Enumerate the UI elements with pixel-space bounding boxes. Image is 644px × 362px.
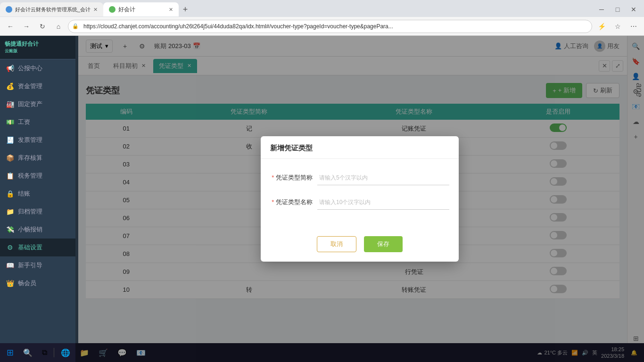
sidebar-item-announcements[interactable]: 📢 公报中心: [0, 59, 75, 77]
sidebar-item-label: 税务管理: [18, 172, 42, 180]
browser-taskbar-button[interactable]: 🌐: [58, 345, 73, 360]
sidebar-item-label: 新手引导: [18, 261, 42, 270]
modal-footer: 取消 保存: [261, 230, 459, 262]
sidebar-item-capital[interactable]: 💰 资金管理: [0, 77, 75, 95]
sidebar-item-tax[interactable]: 📋 税务管理: [0, 167, 75, 185]
sidebar-item-settings[interactable]: ⚙ 基础设置: [0, 239, 75, 256]
start-button[interactable]: ⊞: [4, 345, 17, 360]
archive-icon: 📁: [6, 207, 14, 216]
tab-2-icon: [109, 6, 116, 13]
sidebar-item-label: 发票管理: [18, 136, 42, 144]
sidebar-item-expense[interactable]: 💸 小畅报销: [0, 221, 75, 239]
sidebar-logo-text: 畅捷通好合计云账版: [5, 41, 39, 54]
closing-icon: 🔒: [6, 189, 14, 198]
sidebar-item-label: 畅会员: [18, 279, 36, 288]
sidebar-item-label: 资金管理: [18, 82, 42, 90]
add-voucher-type-modal: 新增凭证类型 凭证类型简称 凭证类型名称 取消 保存: [261, 136, 459, 262]
forward-button[interactable]: →: [20, 20, 33, 33]
sidebar-logo: 畅捷通好合计云账版: [5, 41, 39, 54]
sidebar-nav: 📢 公报中心 💰 资金管理 🏭 固定资产 💵 工资 🧾 发票管理: [0, 59, 75, 346]
maximize-button[interactable]: □: [611, 3, 624, 16]
sidebar-item-label: 库存核算: [18, 154, 42, 162]
sidebar-item-guide[interactable]: 📖 新手引导: [0, 256, 75, 274]
taskbar-separator: [54, 348, 54, 357]
browser-settings-button[interactable]: ⋯: [627, 20, 640, 33]
sidebar-item-invoice[interactable]: 🧾 发票管理: [0, 131, 75, 149]
tab-1-title: 好会计云财务软件管理系统_会计: [15, 6, 91, 13]
search-taskbar-button[interactable]: 🔍: [20, 345, 35, 360]
sidebar-item-label: 归档管理: [18, 207, 42, 216]
modal-overlay: 新增凭证类型 凭证类型简称 凭证类型名称 取消 保存: [75, 36, 644, 362]
tab-2-title: 好会计: [118, 6, 135, 14]
tab-2-close[interactable]: ✕: [169, 7, 173, 13]
favorites-button[interactable]: ☆: [611, 20, 624, 33]
sidebar-item-inventory[interactable]: 📦 库存核算: [0, 149, 75, 167]
tab-1-icon: [6, 6, 12, 13]
sidebar-item-label: 结账: [18, 189, 30, 198]
short-name-input[interactable]: [317, 170, 449, 185]
capital-icon: 💰: [6, 82, 14, 90]
invoice-icon: 🧾: [6, 136, 14, 144]
close-window-button[interactable]: ✕: [627, 3, 640, 16]
task-view-button[interactable]: ⧉: [39, 345, 50, 360]
announcements-icon: 📢: [6, 64, 14, 73]
tab-1-close[interactable]: ✕: [93, 7, 98, 13]
sidebar-item-label: 基础设置: [18, 243, 42, 252]
fixed-assets-icon: 🏭: [6, 100, 14, 108]
settings-icon: ⚙: [6, 243, 14, 252]
cancel-button[interactable]: 取消: [317, 236, 356, 252]
sidebar-item-label: 工资: [18, 118, 30, 126]
windows-icon: ⊞: [7, 347, 14, 358]
member-icon: 👑: [6, 279, 14, 288]
address-bar[interactable]: 🔒 https://cloud2.chanjet.com/accounting/…: [68, 20, 592, 33]
tab-bar: 好会计云财务软件管理系统_会计 ✕ 好会计 ✕ + ─ □ ✕: [0, 0, 644, 17]
tab-2[interactable]: 好会计 ✕: [103, 2, 179, 16]
minimize-button[interactable]: ─: [595, 3, 608, 16]
sidebar-item-closing[interactable]: 🔒 结账: [0, 185, 75, 203]
form-row-full-name: 凭证类型名称: [270, 195, 449, 210]
payroll-icon: 💵: [6, 118, 14, 126]
sidebar-item-member[interactable]: 👑 畅会员: [0, 274, 75, 292]
browser-chrome: 好会计云财务软件管理系统_会计 ✕ 好会计 ✕ + ─ □ ✕ ← → ↻ ⌂ …: [0, 0, 644, 36]
new-tab-button[interactable]: +: [179, 3, 192, 16]
extensions-button[interactable]: ⚡: [595, 20, 608, 33]
sidebar-header: 畅捷通好合计云账版: [0, 36, 75, 59]
modal-body: 凭证类型简称 凭证类型名称: [261, 159, 459, 230]
sidebar-item-label: 小畅报销: [18, 225, 42, 234]
guide-icon: 📖: [6, 261, 14, 270]
home-button[interactable]: ⌂: [52, 20, 65, 33]
address-text: https://cloud2.chanjet.com/accounting/uh…: [83, 23, 393, 30]
full-name-input[interactable]: [317, 195, 449, 210]
sidebar-item-fixed-assets[interactable]: 🏭 固定资产: [0, 95, 75, 113]
sidebar-item-payroll[interactable]: 💵 工资: [0, 113, 75, 131]
inventory-icon: 📦: [6, 154, 14, 162]
address-lock-icon: 🔒: [72, 23, 79, 29]
tax-icon: 📋: [6, 172, 14, 180]
expense-icon: 💸: [6, 225, 14, 234]
sidebar-item-label: 固定资产: [18, 100, 42, 108]
browser-taskbar-icon: 🌐: [61, 348, 70, 357]
reload-button[interactable]: ↻: [36, 20, 49, 33]
sidebar-item-label: 公报中心: [18, 64, 42, 73]
sidebar-item-archive[interactable]: 📁 归档管理: [0, 203, 75, 221]
tab-1[interactable]: 好会计云财务软件管理系统_会计 ✕: [0, 2, 103, 16]
short-name-label: 凭证类型简称: [270, 173, 317, 182]
modal-title: 新增凭证类型: [261, 136, 459, 159]
back-button[interactable]: ←: [4, 20, 17, 33]
sidebar: 畅捷通好合计云账版 📢 公报中心 💰 资金管理 🏭 固定资产 💵: [0, 36, 75, 362]
save-button[interactable]: 保存: [364, 236, 403, 252]
task-view-icon: ⧉: [42, 348, 47, 357]
form-row-short-name: 凭证类型简称: [270, 170, 449, 185]
search-taskbar-icon: 🔍: [23, 348, 33, 357]
full-name-label: 凭证类型名称: [270, 198, 317, 206]
browser-controls: ← → ↻ ⌂ 🔒 https://cloud2.chanjet.com/acc…: [0, 17, 644, 36]
